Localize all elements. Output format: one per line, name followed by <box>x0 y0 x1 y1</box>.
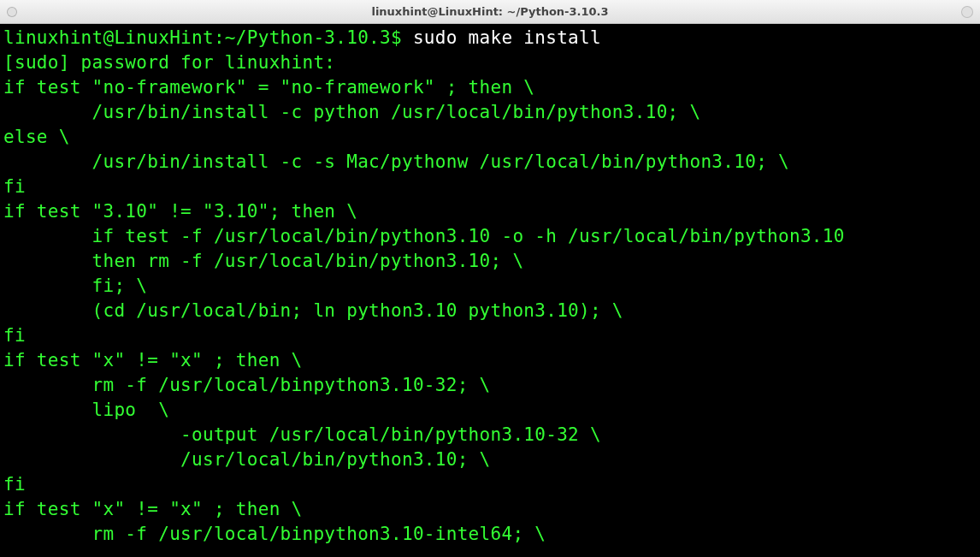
output-line: /usr/bin/install -c -s Mac/pythonw /usr/… <box>3 151 789 172</box>
output-line: fi <box>3 176 26 197</box>
prompt: linuxhint@LinuxHint:~/Python-3.10.3$ <box>3 27 413 48</box>
output-line: [sudo] password for linuxhint: <box>3 52 335 73</box>
window-titlebar: linuxhint@LinuxHint: ~/Python-3.10.3 <box>0 0 980 24</box>
output-line: then rm -f /usr/local/bin/python3.10; \ <box>3 251 523 271</box>
output-line: rm -f /usr/local/binpython3.10-intel64; … <box>3 524 546 544</box>
output-line: (cd /usr/local/bin; ln python3.10 python… <box>3 300 623 321</box>
terminal-area[interactable]: linuxhint@LinuxHint:~/Python-3.10.3$ sud… <box>0 24 980 557</box>
output-line: fi; \ <box>3 276 147 296</box>
output-line: /usr/bin/install -c python /usr/local/bi… <box>3 102 700 122</box>
output-line: if test "x" != "x" ; then \ <box>3 350 302 370</box>
window-control-dot[interactable] <box>7 7 17 17</box>
output-line: -output /usr/local/bin/python3.10-32 \ <box>3 424 601 445</box>
output-line: /usr/local/bin/python3.10; \ <box>3 449 491 470</box>
close-icon[interactable] <box>961 6 973 18</box>
output-line: rm -f /usr/local/binpython3.10-32; \ <box>3 375 491 395</box>
window-controls-right <box>961 6 973 18</box>
output-line: if test "3.10" != "3.10"; then \ <box>3 201 357 222</box>
output-line: lipo \ <box>3 400 169 420</box>
output-line: fi <box>3 325 26 346</box>
output-line: else \ <box>3 127 70 147</box>
output-line: if test -f /usr/local/bin/python3.10 -o … <box>3 226 845 246</box>
window-title: linuxhint@LinuxHint: ~/Python-3.10.3 <box>371 5 608 18</box>
output-line: if test "no-framework" = "no-framework" … <box>3 77 534 98</box>
command-text: sudo make install <box>413 27 601 48</box>
window-controls-left <box>7 7 17 17</box>
output-line: if test "x" != "x" ; then \ <box>3 499 302 519</box>
output-line: fi <box>3 474 26 495</box>
